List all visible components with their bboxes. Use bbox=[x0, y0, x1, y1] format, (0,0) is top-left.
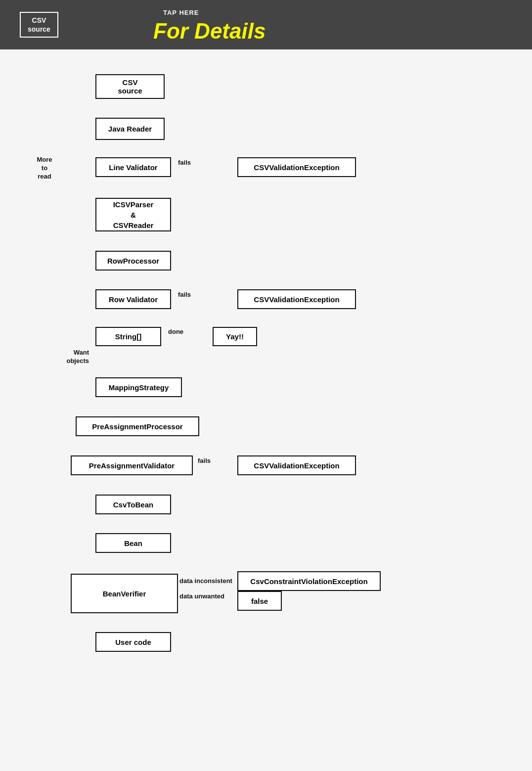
csv-validation-2-label: CSVValidationException bbox=[254, 295, 339, 304]
line-validator-label: Line Validator bbox=[109, 163, 157, 172]
csv-to-bean-label: CsvToBean bbox=[113, 500, 153, 509]
mapping-strategy-label: MappingStrategy bbox=[109, 383, 169, 392]
string-array-node: String[] bbox=[95, 327, 161, 346]
bean-verifier-node: BeanVerifier bbox=[71, 574, 178, 613]
flowchart-area: CSVsource Java Reader Moretoread Line Va… bbox=[0, 49, 532, 79]
csv-validation-1-node: CSVValidationException bbox=[237, 157, 356, 177]
mapping-strategy-node: MappingStrategy bbox=[95, 377, 182, 397]
data-unwanted-label: data unwanted bbox=[179, 592, 224, 600]
csv-validation-3-node: CSVValidationException bbox=[237, 455, 356, 475]
csv-source-node: CSVsource bbox=[95, 74, 165, 99]
for-details-label[interactable]: For Details bbox=[153, 19, 266, 44]
yay-label: Yay!! bbox=[226, 332, 244, 341]
csv-validation-1-label: CSVValidationException bbox=[254, 163, 339, 172]
row-processor-label: RowProcessor bbox=[107, 257, 159, 265]
csv-to-bean-node: CsvToBean bbox=[95, 495, 171, 514]
java-reader-label: Java Reader bbox=[108, 125, 152, 133]
want-objects-label: Wantobjects bbox=[49, 349, 89, 365]
false-label: false bbox=[251, 597, 268, 605]
string-array-label: String[] bbox=[115, 332, 141, 341]
icsvparser-node: ICSVParser&CSVReader bbox=[95, 198, 171, 231]
csv-source-label: CSVsource bbox=[118, 78, 142, 95]
false-node: false bbox=[237, 591, 282, 611]
pre-assignment-processor-node: PreAssignmentProcessor bbox=[76, 416, 199, 436]
bean-verifier-label: BeanVerifier bbox=[103, 590, 146, 598]
more-to-read-label: Moretoread bbox=[30, 156, 59, 181]
java-reader-node: Java Reader bbox=[95, 118, 165, 140]
header-banner: CSV source TAP HERE For Details bbox=[0, 0, 532, 49]
pre-assignment-processor-label: PreAssignmentProcessor bbox=[92, 422, 182, 431]
user-code-node: User code bbox=[95, 632, 171, 652]
fails-label-3: fails bbox=[198, 457, 211, 464]
pre-assignment-validator-label: PreAssignmentValidator bbox=[89, 461, 175, 470]
yay-node: Yay!! bbox=[213, 327, 257, 346]
csv-source-header-box: CSV source bbox=[20, 12, 58, 38]
bean-label: Bean bbox=[124, 539, 142, 547]
fails-label-1: fails bbox=[178, 159, 191, 166]
csv-constraint-label: CsvConstraintViolationException bbox=[250, 577, 367, 586]
icsvparser-label: ICSVParser&CSVReader bbox=[113, 199, 154, 230]
line-validator-node: Line Validator bbox=[95, 157, 171, 177]
arrows-svg bbox=[0, 49, 532, 79]
csv-constraint-node: CsvConstraintViolationException bbox=[237, 571, 381, 591]
csv-validation-2-node: CSVValidationException bbox=[237, 289, 356, 309]
tap-here-label[interactable]: TAP HERE bbox=[163, 9, 199, 16]
csv-validation-3-label: CSVValidationException bbox=[254, 461, 339, 470]
row-processor-node: RowProcessor bbox=[95, 251, 171, 271]
bean-node: Bean bbox=[95, 533, 171, 553]
row-validator-label: Row Validator bbox=[109, 295, 158, 304]
user-code-label: User code bbox=[115, 638, 151, 646]
fails-label-2: fails bbox=[178, 291, 191, 298]
pre-assignment-validator-node: PreAssignmentValidator bbox=[71, 455, 193, 475]
done-label: done bbox=[168, 328, 183, 335]
row-validator-node: Row Validator bbox=[95, 289, 171, 309]
data-inconsistent-label: data inconsistent bbox=[179, 577, 232, 585]
